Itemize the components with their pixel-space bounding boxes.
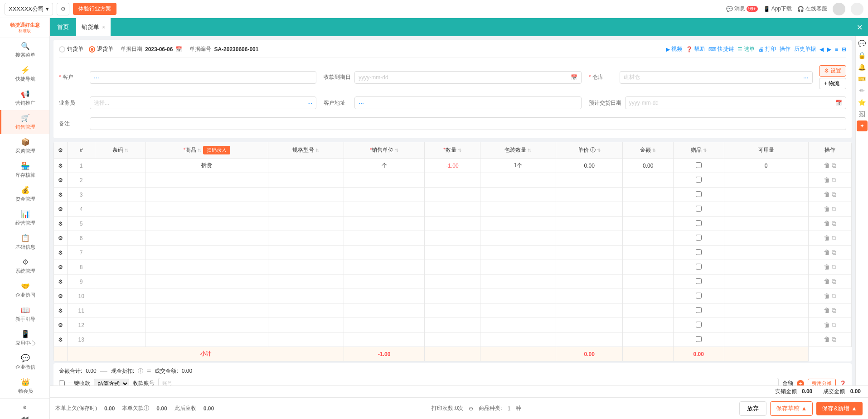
row-barcode[interactable] <box>95 202 146 217</box>
copy-row-icon[interactable]: ⧉ <box>832 162 836 169</box>
row-qty[interactable] <box>425 332 480 347</box>
copy-row-icon[interactable]: ⧉ <box>832 234 836 242</box>
add-payment-button[interactable]: + <box>797 380 804 386</box>
history-btn[interactable]: 历史单据 <box>794 45 816 53</box>
sidebar-item-marketing[interactable]: 📢 营销推广 <box>0 86 49 110</box>
copy-row-icon[interactable]: ⧉ <box>832 307 836 314</box>
row-qty[interactable] <box>425 260 480 275</box>
right-icon-ticket[interactable]: 🎫 <box>857 73 868 84</box>
row-amount[interactable] <box>623 231 674 246</box>
row-barcode[interactable] <box>95 173 146 188</box>
row-price[interactable] <box>556 260 623 275</box>
tab-sales-order[interactable]: 销货单 × <box>76 18 111 36</box>
row-price[interactable] <box>556 217 623 231</box>
row-unit[interactable] <box>344 318 425 332</box>
row-amount[interactable]: 0.00 <box>623 159 674 173</box>
row-spec[interactable] <box>268 318 344 332</box>
row-spec[interactable] <box>268 289 344 303</box>
row-amount[interactable] <box>623 303 674 318</box>
row-qty[interactable] <box>425 173 480 188</box>
row-pkg-qty[interactable] <box>480 289 556 303</box>
row-gift[interactable] <box>673 217 724 231</box>
row-gift[interactable] <box>673 275 724 289</box>
right-icon-edit[interactable]: ✏ <box>857 85 868 96</box>
sidebar-item-membership[interactable]: 👑 畅会员 <box>0 374 49 398</box>
sidebar-item-wechat[interactable]: 💬 企业微信 <box>0 350 49 374</box>
row-settings-icon[interactable]: ⚙ <box>54 260 68 275</box>
row-pkg-qty[interactable] <box>480 318 556 332</box>
right-icon-bell[interactable]: 🔔 <box>857 62 868 72</box>
row-spec[interactable] <box>268 188 344 202</box>
row-barcode[interactable] <box>95 246 146 260</box>
trial-button[interactable]: 体验行业方案 <box>73 3 116 15</box>
row-price[interactable] <box>556 303 623 318</box>
row-gift[interactable] <box>673 318 724 332</box>
row-qty[interactable] <box>425 217 480 231</box>
row-amount[interactable] <box>623 260 674 275</box>
nav-prev-icon[interactable]: ◀ <box>820 46 824 53</box>
row-product[interactable] <box>145 289 268 303</box>
row-amount[interactable] <box>623 188 674 202</box>
row-spec[interactable] <box>268 231 344 246</box>
row-unit[interactable] <box>344 188 425 202</box>
row-price[interactable] <box>556 332 623 347</box>
row-barcode[interactable] <box>95 231 146 246</box>
notes-input[interactable] <box>90 117 846 130</box>
row-barcode[interactable] <box>95 303 146 318</box>
copy-row-icon[interactable]: ⧉ <box>832 336 836 343</box>
row-amount[interactable] <box>623 318 674 332</box>
row-unit[interactable] <box>344 231 425 246</box>
app-download-button[interactable]: 📱 App下载 <box>763 5 792 13</box>
gift-checkbox[interactable] <box>696 278 702 284</box>
row-amount[interactable] <box>623 275 674 289</box>
row-unit[interactable] <box>344 202 425 217</box>
row-pkg-qty[interactable] <box>480 275 556 289</box>
gift-checkbox[interactable] <box>696 177 702 183</box>
row-spec[interactable] <box>268 260 344 275</box>
gift-checkbox[interactable] <box>696 220 702 226</box>
gift-checkbox[interactable] <box>696 336 702 342</box>
row-settings-icon[interactable]: ⚙ <box>54 231 68 246</box>
customer-address-input[interactable]: ··· <box>354 96 581 109</box>
row-barcode[interactable] <box>95 188 146 202</box>
row-settings-icon[interactable]: ⚙ <box>54 217 68 231</box>
one-click-payment-checkbox[interactable] <box>59 380 65 385</box>
delete-row-icon[interactable]: 🗑 <box>824 205 830 213</box>
help-btn[interactable]: ❓ 帮助 <box>686 45 705 53</box>
copy-row-icon[interactable]: ⧉ <box>832 176 836 184</box>
row-unit[interactable]: 个 <box>344 159 425 173</box>
save-draft-button[interactable]: 保存草稿 ▲ <box>770 401 813 416</box>
row-pkg-qty[interactable] <box>480 173 556 188</box>
row-product[interactable] <box>145 231 268 246</box>
help-owed-icon[interactable]: ⓘ <box>144 405 149 411</box>
sidebar-item-guide[interactable]: 📖 新手引导 <box>0 302 49 326</box>
row-qty[interactable] <box>425 275 480 289</box>
row-settings-icon[interactable]: ⚙ <box>54 159 68 173</box>
row-pkg-qty[interactable] <box>480 246 556 260</box>
copy-row-icon[interactable]: ⧉ <box>832 263 836 271</box>
row-price[interactable] <box>556 202 623 217</box>
row-unit[interactable] <box>344 173 425 188</box>
row-barcode[interactable] <box>95 275 146 289</box>
row-barcode[interactable] <box>95 159 146 173</box>
customer-input[interactable]: ··· <box>90 71 316 84</box>
sidebar-item-purchase[interactable]: 📦 采购管理 <box>0 134 49 158</box>
shortcut-btn[interactable]: ⌨ 快捷键 <box>708 45 734 53</box>
row-price[interactable] <box>556 173 623 188</box>
delete-row-icon[interactable]: 🗑 <box>824 336 830 343</box>
row-price[interactable]: 0.00 <box>556 159 623 173</box>
scan-barcode-button[interactable]: 扫码录入 <box>203 146 230 154</box>
row-gift[interactable] <box>673 303 724 318</box>
delete-row-icon[interactable]: 🗑 <box>824 220 830 227</box>
row-unit[interactable] <box>344 332 425 347</box>
row-spec[interactable] <box>268 202 344 217</box>
row-barcode[interactable] <box>95 217 146 231</box>
delete-row-icon[interactable]: 🗑 <box>824 162 830 169</box>
row-settings-icon[interactable]: ⚙ <box>54 202 68 217</box>
gift-checkbox[interactable] <box>696 235 702 241</box>
right-icon-message[interactable]: 💬 <box>857 38 868 49</box>
row-spec[interactable] <box>268 217 344 231</box>
copy-row-icon[interactable]: ⧉ <box>832 191 836 198</box>
sidebar-item-base[interactable]: 📋 基础信息 <box>0 230 49 254</box>
gift-checkbox[interactable] <box>696 206 702 212</box>
